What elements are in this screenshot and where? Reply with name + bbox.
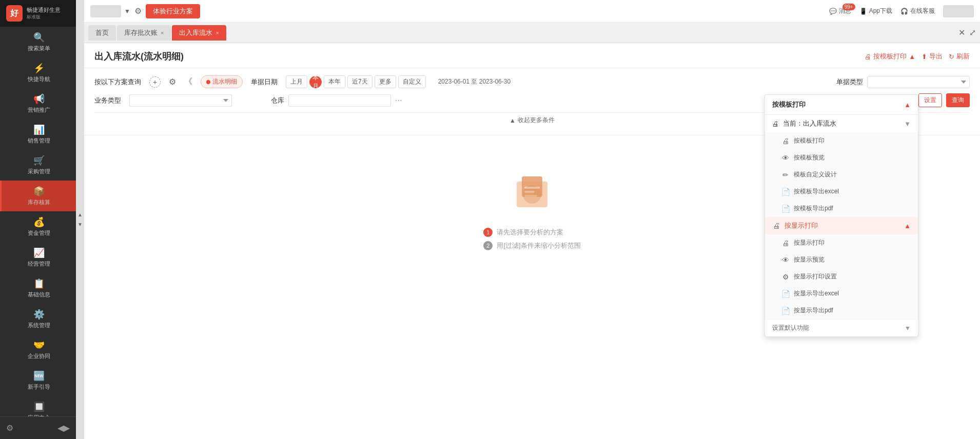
query-btn[interactable]: 查询 <box>946 93 970 107</box>
user-chevron-icon: ▼ <box>124 8 130 15</box>
sidebar-item-quick-nav[interactable]: ⚡ 快捷导航 <box>0 57 76 88</box>
template-export-excel-icon: 📄 <box>781 188 790 196</box>
dropdown-footer-icon: ▼ <box>905 325 911 332</box>
sidebar-item-marketing[interactable]: 📢 营销推广 <box>0 88 76 119</box>
dropdown-display-print[interactable]: 🖨 按显示打印 <box>765 234 918 251</box>
filter-add-btn[interactable]: + <box>149 76 161 88</box>
filter-date-7-days[interactable]: 近7天 <box>347 75 373 88</box>
tab-expand-btn[interactable]: ⤢ <box>969 28 976 37</box>
step2-text: 用[过滤]条件来缩小分析范围 <box>497 239 580 252</box>
tab-inout-flow[interactable]: 出入库流水 × <box>172 25 226 41</box>
settings-btn[interactable]: 设置 <box>918 93 942 107</box>
operations-icon: 📈 <box>33 247 45 258</box>
dropdown-expand-icon[interactable]: ▲ <box>904 101 911 109</box>
message-btn[interactable]: 💬 消息 99+ <box>829 7 851 15</box>
filter-search-label: 按以下方案查询 <box>94 77 141 87</box>
print-label: 按模板打印 <box>873 52 907 61</box>
filter-date-this-month[interactable]: 本月 <box>309 76 322 88</box>
dropdown-display-settings[interactable]: ⚙ 按显示打印设置 <box>765 268 918 285</box>
filter-date-last-month[interactable]: 上月 <box>286 75 307 88</box>
print-btn[interactable]: 🖨 按模板打印 ▲ <box>865 52 915 61</box>
cooperation-icon: 🤝 <box>33 340 45 351</box>
topbar-settings-icon[interactable]: ⚙ <box>134 6 142 16</box>
dropdown-template-print[interactable]: 🖨 按模板打印 <box>765 132 918 149</box>
content-area: 出入库流水(流水明细) 🖨 按模板打印 ▲ ⬆ 导出 ↻ 刷新 <box>84 43 980 439</box>
sidebar-item-app-center[interactable]: 🔲 应用中心 <box>0 396 76 416</box>
page-title: 出入库流水(流水明细) <box>94 50 184 63</box>
display-export-pdf-label: 按显示导出pdf <box>794 306 833 315</box>
sidebar: 好 畅捷通好生意 标准版 🔍 搜索菜单 ⚡ 快捷导航 📢 营销推广 📊 销售管理… <box>0 0 76 439</box>
filter-warehouse-group: 仓库 ··· <box>271 94 402 107</box>
tab-close-btn[interactable]: ✕ <box>958 28 965 37</box>
filter-settings-icon[interactable]: ⚙ <box>169 77 176 87</box>
filter-date-custom[interactable]: 自定义 <box>398 75 426 88</box>
app-download-btn[interactable]: 📱 App下载 <box>859 7 892 15</box>
template-preview-label: 按模板预览 <box>794 153 825 162</box>
filter-business-select[interactable] <box>129 94 232 107</box>
dropdown-display-header[interactable]: 🖨 按显示打印 ▲ <box>765 217 918 234</box>
sidebar-item-sales[interactable]: 📊 销售管理 <box>0 119 76 150</box>
template-print-icon: 🖨 <box>781 137 790 145</box>
filter-warehouse-dots[interactable]: ··· <box>395 96 402 105</box>
step2-num: 2 <box>483 241 493 250</box>
tab-inout-flow-label: 出入库流水 <box>179 28 212 37</box>
tab-bar: 首页 库存批次账 × 出入库流水 × ✕ ⤢ <box>84 23 980 43</box>
filter-date-range: 2023-06-01 至 2023-06-30 <box>438 77 511 86</box>
filter-warehouse-label: 仓库 <box>271 96 284 105</box>
sidebar-item-operations[interactable]: 📈 经营管理 <box>0 242 76 273</box>
sidebar-item-guide[interactable]: 🆕 新手引导 <box>0 365 76 396</box>
tab-inout-flow-close[interactable]: × <box>215 30 219 36</box>
topbar-user-avatar[interactable] <box>943 5 974 17</box>
sidebar-collapse-icon[interactable]: ◀▶ <box>57 423 70 433</box>
step1-num: 1 <box>483 228 493 237</box>
sidebar-item-basic-info[interactable]: 📋 基础信息 <box>0 273 76 304</box>
dropdown-template-preview[interactable]: 👁 按模板预览 <box>765 149 918 166</box>
sidebar-item-search[interactable]: 🔍 搜索菜单 <box>0 27 76 57</box>
collapse-label: 收起更多条件 <box>518 116 555 125</box>
tab-inventory-batch[interactable]: 库存批次账 × <box>117 25 171 41</box>
sales-label: 销售管理 <box>28 137 50 145</box>
sales-icon: 📊 <box>33 124 45 135</box>
quick-nav-icon: ⚡ <box>33 63 45 74</box>
app-logo-icon: 好 <box>6 5 23 22</box>
filter-date-this-year[interactable]: 本年 <box>324 75 345 88</box>
sidebar-settings-icon[interactable]: ⚙ <box>6 423 13 433</box>
scroll-down-btn[interactable]: ▼ <box>75 220 85 229</box>
display-print-label: 按显示打印 <box>794 238 825 247</box>
sidebar-item-purchase[interactable]: 🛒 采购管理 <box>0 150 76 181</box>
topbar-actions: 💬 消息 99+ 📱 App下载 🎧 在线客服 <box>829 5 974 17</box>
sidebar-item-finance[interactable]: 💰 资金管理 <box>0 211 76 242</box>
refresh-btn[interactable]: ↻ 刷新 <box>949 52 970 61</box>
topbar-user[interactable]: ▼ <box>90 5 130 17</box>
trial-btn[interactable]: 体验行业方案 <box>146 4 200 18</box>
app-download-icon: 📱 <box>859 8 867 15</box>
print-chevron-icon: ▲ <box>909 53 915 61</box>
dropdown-footer[interactable]: 设置默认功能 ▼ <box>765 319 918 336</box>
sidebar-item-inventory[interactable]: 📦 库存核算 <box>0 181 76 211</box>
dropdown-current[interactable]: 🖨 当前：出入库流水 ▼ <box>765 115 918 132</box>
tab-inventory-batch-close[interactable]: × <box>161 30 164 36</box>
filter-date-more[interactable]: 更多 <box>375 75 396 88</box>
dropdown-display-export-pdf[interactable]: 📄 按显示导出pdf <box>765 302 918 319</box>
scroll-up-btn[interactable]: ▲ <box>75 210 85 220</box>
dropdown-template-export-excel[interactable]: 📄 按模板导出excel <box>765 183 918 200</box>
app-badge: 标准版 <box>27 14 61 21</box>
empty-step-1: 1 请先选择要分析的方案 <box>483 226 580 239</box>
finance-label: 资金管理 <box>28 229 50 237</box>
filter-voucher-select[interactable] <box>867 76 970 88</box>
online-service-btn[interactable]: 🎧 在线客服 <box>900 7 935 15</box>
dropdown-template-export-pdf[interactable]: 📄 按模板导出pdf <box>765 200 918 217</box>
dropdown-display-preview[interactable]: 👁 按显示预览 <box>765 251 918 268</box>
filter-warehouse-input[interactable] <box>288 94 391 107</box>
dropdown-template-customize[interactable]: ✏ 模板自定义设计 <box>765 166 918 183</box>
filter-tag[interactable]: 流水明细 <box>201 75 243 88</box>
filter-date-btns: 上月 本月 本年 近7天 更多 自定义 <box>286 75 426 88</box>
export-btn[interactable]: ⬆ 导出 <box>922 52 943 61</box>
dropdown-footer-label: 设置默认功能 <box>772 324 809 332</box>
sidebar-item-cooperation[interactable]: 🤝 企业协同 <box>0 334 76 365</box>
tab-home[interactable]: 首页 <box>88 25 116 41</box>
dropdown-display-export-excel[interactable]: 📄 按显示导出excel <box>765 285 918 302</box>
sidebar-item-system[interactable]: ⚙️ 系统管理 <box>0 304 76 334</box>
filter-collapse-icon[interactable]: 《 <box>184 76 192 87</box>
display-export-excel-label: 按显示导出excel <box>794 289 839 298</box>
